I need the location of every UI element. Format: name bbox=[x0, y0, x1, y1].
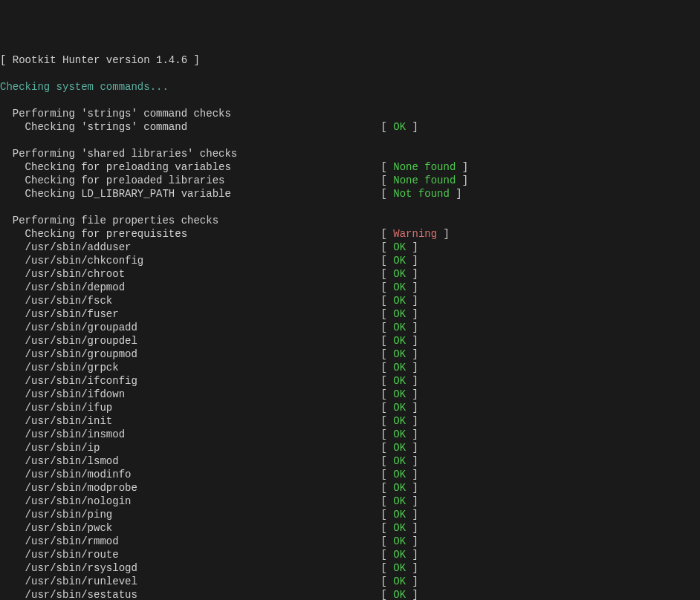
check-status: OK bbox=[393, 455, 406, 467]
bracket-open: [ bbox=[380, 188, 393, 200]
blank-line bbox=[0, 134, 700, 147]
bracket-open: [ bbox=[380, 402, 393, 414]
check-label: /usr/sbin/sestatus bbox=[0, 589, 380, 600]
check-line: /usr/sbin/sestatus [ OK ] bbox=[0, 588, 700, 600]
bracket-open: [ bbox=[380, 241, 393, 253]
check-line: Checking 'strings' command [ OK ] bbox=[0, 120, 700, 134]
bracket-close: ] bbox=[406, 268, 418, 280]
bracket-close: ] bbox=[406, 388, 418, 400]
check-line: /usr/sbin/chroot [ OK ] bbox=[0, 267, 700, 281]
bracket-open: [ bbox=[380, 522, 393, 534]
bracket-close: ] bbox=[406, 482, 418, 494]
bracket-close: ] bbox=[406, 402, 418, 414]
check-status: OK bbox=[393, 308, 406, 320]
bracket-open: [ bbox=[380, 228, 393, 240]
check-status: OK bbox=[393, 241, 406, 253]
bracket-open: [ bbox=[380, 415, 393, 427]
check-status: None found bbox=[393, 175, 456, 186]
check-label: Checking LD_LIBRARY_PATH variable bbox=[0, 188, 380, 200]
check-label: /usr/sbin/insmod bbox=[0, 428, 380, 440]
bracket-close: ] bbox=[406, 549, 418, 561]
check-line: /usr/sbin/modinfo [ OK ] bbox=[0, 468, 700, 481]
bracket-open: [ bbox=[380, 335, 393, 347]
check-line: /usr/sbin/insmod [ OK ] bbox=[0, 428, 700, 441]
check-label: /usr/sbin/route bbox=[0, 549, 380, 561]
bracket-open: [ bbox=[380, 589, 393, 600]
bracket-close: ] bbox=[406, 362, 418, 374]
check-line: /usr/sbin/ip [ OK ] bbox=[0, 441, 700, 454]
check-label: /usr/sbin/modprobe bbox=[0, 482, 380, 494]
bracket-close: ] bbox=[406, 495, 418, 507]
bracket-open: [ bbox=[380, 255, 393, 267]
check-line: /usr/sbin/rmmod [ OK ] bbox=[0, 535, 700, 548]
check-line: Checking for preloaded libraries [ None … bbox=[0, 174, 700, 187]
check-line: /usr/sbin/ifup [ OK ] bbox=[0, 401, 700, 414]
group-title: Performing file properties checks bbox=[0, 214, 700, 227]
bracket-open: [ bbox=[380, 175, 393, 186]
bracket-close: ] bbox=[406, 442, 418, 454]
check-status: OK bbox=[393, 415, 406, 427]
bracket-close: ] bbox=[450, 188, 462, 200]
check-line: /usr/sbin/route [ OK ] bbox=[0, 548, 700, 561]
bracket-close: ] bbox=[406, 375, 418, 387]
bracket-close: ] bbox=[406, 455, 418, 467]
check-status: OK bbox=[393, 322, 406, 333]
check-label: /usr/sbin/fsck bbox=[0, 295, 380, 307]
check-label: /usr/sbin/ip bbox=[0, 442, 380, 454]
check-label: /usr/sbin/rmmod bbox=[0, 535, 380, 547]
check-status: OK bbox=[393, 362, 406, 374]
check-label: /usr/sbin/groupmod bbox=[0, 348, 380, 360]
bracket-close: ] bbox=[456, 175, 468, 186]
check-line: Checking LD_LIBRARY_PATH variable [ Not … bbox=[0, 187, 700, 200]
bracket-open: [ bbox=[380, 268, 393, 280]
check-status: OK bbox=[393, 509, 406, 521]
check-line: /usr/sbin/pwck [ OK ] bbox=[0, 521, 700, 535]
check-status: OK bbox=[393, 535, 406, 547]
check-status: OK bbox=[393, 575, 406, 587]
bracket-open: [ bbox=[380, 562, 393, 574]
check-label: /usr/sbin/init bbox=[0, 415, 380, 427]
check-line: /usr/sbin/groupmod [ OK ] bbox=[0, 348, 700, 361]
bracket-close: ] bbox=[406, 575, 418, 587]
check-line: /usr/sbin/ping [ OK ] bbox=[0, 508, 700, 521]
bracket-open: [ bbox=[380, 388, 393, 400]
bracket-close: ] bbox=[406, 428, 418, 440]
check-line: /usr/sbin/init [ OK ] bbox=[0, 414, 700, 428]
bracket-close: ] bbox=[456, 161, 468, 173]
check-status: Warning bbox=[393, 228, 437, 240]
bracket-close: ] bbox=[406, 509, 418, 521]
check-status: OK bbox=[393, 549, 406, 561]
check-line: /usr/sbin/chkconfig [ OK ] bbox=[0, 254, 700, 267]
bracket-open: [ bbox=[380, 121, 393, 133]
check-status: OK bbox=[393, 562, 406, 574]
version-header: [ Rootkit Hunter version 1.4.6 ] bbox=[0, 53, 700, 67]
bracket-open: [ bbox=[380, 535, 393, 547]
check-line: /usr/sbin/fuser [ OK ] bbox=[0, 307, 700, 321]
bracket-close: ] bbox=[406, 255, 418, 267]
check-line: /usr/sbin/adduser [ OK ] bbox=[0, 241, 700, 254]
bracket-open: [ bbox=[380, 428, 393, 440]
check-status: None found bbox=[393, 161, 456, 173]
check-line: /usr/sbin/grpck [ OK ] bbox=[0, 361, 700, 374]
check-status: OK bbox=[393, 388, 406, 400]
bracket-open: [ bbox=[380, 549, 393, 561]
check-status: OK bbox=[393, 522, 406, 534]
check-status: OK bbox=[393, 375, 406, 387]
check-label: /usr/sbin/ifup bbox=[0, 402, 380, 414]
blank-line bbox=[0, 67, 700, 80]
check-status: Not found bbox=[393, 188, 450, 200]
check-line: /usr/sbin/modprobe [ OK ] bbox=[0, 481, 700, 495]
check-label: /usr/sbin/groupdel bbox=[0, 335, 380, 347]
check-label: /usr/sbin/groupadd bbox=[0, 322, 380, 333]
check-line: /usr/sbin/depmod [ OK ] bbox=[0, 281, 700, 294]
check-label: /usr/sbin/modinfo bbox=[0, 469, 380, 480]
check-status: OK bbox=[393, 402, 406, 414]
check-status: OK bbox=[393, 348, 406, 360]
bracket-close: ] bbox=[406, 281, 418, 293]
check-label: /usr/sbin/grpck bbox=[0, 362, 380, 374]
check-line: /usr/sbin/runlevel [ OK ] bbox=[0, 575, 700, 588]
check-label: Checking for preloading variables bbox=[0, 161, 380, 173]
check-line: /usr/sbin/ifconfig [ OK ] bbox=[0, 374, 700, 388]
check-label: /usr/sbin/depmod bbox=[0, 281, 380, 293]
check-label: /usr/sbin/ifconfig bbox=[0, 375, 380, 387]
